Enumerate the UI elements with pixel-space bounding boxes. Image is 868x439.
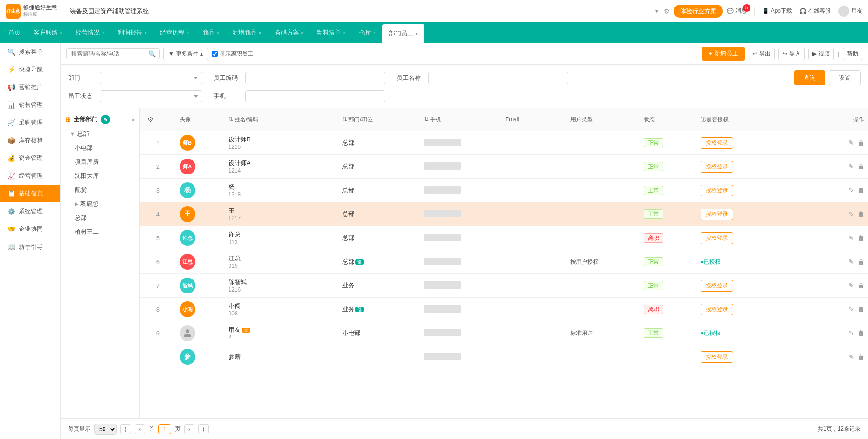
sidebar-item-guide[interactable]: 📖 新手引导	[0, 238, 60, 256]
edit-icon[interactable]: ✎	[848, 187, 854, 194]
close-icon[interactable]: ×	[144, 30, 147, 35]
auth-login-btn[interactable]: 授权登录	[701, 351, 733, 363]
phone-input[interactable]	[245, 90, 385, 102]
auth-login-btn[interactable]: 授权登录	[701, 232, 733, 244]
sidebar-item-search[interactable]: 🔍 搜索菜单	[0, 43, 60, 61]
gear-settings-icon[interactable]: ⚙	[144, 113, 157, 126]
row-auth[interactable]: 授权登录	[697, 345, 803, 369]
delete-icon[interactable]: 🗑	[858, 210, 864, 218]
delete-icon[interactable]: 🗑	[858, 187, 864, 194]
row-auth[interactable]: 授权登录	[697, 226, 803, 250]
close-icon[interactable]: ×	[216, 30, 219, 35]
edit-icon[interactable]: ✎	[848, 306, 854, 313]
emp-name-input[interactable]	[428, 72, 568, 84]
close-icon[interactable]: ×	[60, 30, 62, 35]
auth-login-btn[interactable]: 授权登录	[701, 137, 733, 149]
delete-icon[interactable]: 🗑	[858, 329, 864, 337]
col-phone[interactable]: ⇅ 手机	[420, 108, 502, 131]
close-icon[interactable]: ×	[415, 31, 418, 36]
sidebar-item-collab[interactable]: 🤝 企业协同	[0, 220, 60, 238]
sidebar-item-finance[interactable]: 💰 资金管理	[0, 149, 60, 167]
prev-page-btn[interactable]: ‹	[135, 424, 145, 434]
dept-edit-btn[interactable]: ✎	[101, 115, 110, 124]
tab-customer[interactable]: 客户联络×	[27, 22, 69, 43]
auth-login-btn[interactable]: 授权登录	[701, 209, 733, 220]
reset-btn[interactable]: 设置	[829, 70, 861, 85]
col-dept[interactable]: ⇅ 部门/职位	[339, 108, 420, 131]
dept-item-shuanglu[interactable]: ▶ 双鹿想	[61, 197, 139, 211]
delete-icon[interactable]: 🗑	[858, 306, 864, 313]
auth-login-btn[interactable]: 授权登录	[701, 185, 733, 196]
dept-item-peihuo[interactable]: 配货	[61, 183, 139, 197]
close-icon[interactable]: ×	[186, 30, 189, 35]
delete-icon[interactable]: 🗑	[858, 234, 864, 242]
row-auth[interactable]: 授权登录	[697, 179, 803, 202]
delete-icon[interactable]: 🗑	[858, 139, 864, 146]
add-employee-btn[interactable]: + 新增员工	[702, 47, 744, 61]
settings-icon[interactable]: ⚙	[664, 7, 670, 15]
tab-operation[interactable]: 经营情况×	[69, 22, 111, 43]
edit-icon[interactable]: ✎	[848, 329, 854, 337]
tab-bom[interactable]: 物料清单×	[310, 22, 352, 43]
next-page-btn[interactable]: ›	[184, 424, 194, 434]
dept-item-zongbu2[interactable]: 总部	[61, 211, 139, 225]
sidebar-item-base[interactable]: 📋 基础信息	[0, 185, 60, 202]
edit-icon[interactable]: ✎	[848, 353, 854, 361]
sidebar-item-inventory[interactable]: 📦 库存核算	[0, 132, 60, 149]
sidebar-item-management[interactable]: 📈 经营管理	[0, 167, 60, 185]
tab-barcode[interactable]: 条码方案×	[268, 22, 310, 43]
message-btn[interactable]: 💬 消息 5	[727, 7, 747, 15]
auth-login-btn[interactable]: 授权登录	[701, 304, 733, 315]
system-title-dropdown[interactable]: ▾	[655, 8, 658, 14]
tab-goods[interactable]: 商品×	[196, 22, 226, 43]
delete-icon[interactable]: 🗑	[858, 163, 864, 170]
first-page-btn[interactable]: ⟨	[120, 424, 131, 434]
sidebar-item-marketing[interactable]: 📢 营销推广	[0, 78, 60, 96]
export-btn[interactable]: ↩ 导出	[749, 48, 775, 60]
sidebar-item-nav[interactable]: ⚡ 快捷导航	[0, 61, 60, 78]
tab-add-goods[interactable]: 新增商品×	[226, 22, 268, 43]
edit-icon[interactable]: ✎	[848, 282, 854, 289]
dept-item-zhishu[interactable]: 植树王二	[61, 225, 139, 239]
edit-icon[interactable]: ✎	[848, 234, 854, 242]
tab-dept-staff[interactable]: 部门员工×	[382, 24, 424, 43]
row-auth[interactable]: 授权登录	[697, 131, 803, 155]
delete-icon[interactable]: 🗑	[858, 258, 864, 265]
close-icon[interactable]: ×	[373, 30, 376, 35]
row-auth[interactable]: 授权登录	[697, 202, 803, 226]
dept-select[interactable]	[100, 72, 202, 84]
page-size-select[interactable]: 50	[94, 424, 117, 435]
view-btn[interactable]: ▶ 视频	[808, 48, 834, 60]
dept-item-project[interactable]: 项目库房	[61, 155, 139, 169]
close-icon[interactable]: ×	[301, 30, 304, 35]
col-name[interactable]: ⇅ 姓名/编码	[225, 108, 339, 131]
query-btn[interactable]: 查询	[794, 70, 825, 85]
auth-login-btn[interactable]: 授权登录	[701, 280, 733, 292]
dept-item-zongbu[interactable]: ▼ 总部	[61, 127, 139, 141]
row-auth[interactable]: 授权登录	[697, 155, 803, 179]
edit-icon[interactable]: ✎	[848, 139, 854, 146]
row-auth[interactable]: 授权登录	[697, 298, 803, 321]
row-auth[interactable]: 授权登录	[697, 274, 803, 298]
auth-login-btn[interactable]: 授权登录	[701, 161, 733, 173]
tab-history[interactable]: 经营历程×	[153, 22, 195, 43]
help-btn[interactable]: 帮助	[843, 48, 862, 60]
delete-icon[interactable]: 🗑	[858, 353, 864, 361]
dept-item-shenyang[interactable]: 沈阳大库	[61, 169, 139, 183]
try-btn[interactable]: 体验行业方案	[674, 5, 723, 18]
more-conditions-btn[interactable]: ▼ 更多条件 ▴	[163, 48, 208, 60]
last-page-btn[interactable]: ⟩	[198, 424, 209, 434]
emp-code-input[interactable]	[245, 72, 385, 84]
edit-icon[interactable]: ✎	[848, 163, 854, 170]
tab-profit[interactable]: 利润报告×	[111, 22, 153, 43]
emp-status-select[interactable]	[100, 90, 202, 102]
close-icon[interactable]: ×	[343, 30, 346, 35]
app-download-btn[interactable]: 📱 App下载	[762, 7, 792, 15]
show-resigned-checkbox[interactable]: 显示离职员工	[212, 50, 253, 58]
delete-icon[interactable]: 🗑	[858, 282, 864, 289]
collapse-btn[interactable]: «	[132, 116, 135, 123]
sidebar-item-system[interactable]: ⚙️ 系统管理	[0, 202, 60, 220]
tab-warehouse[interactable]: 仓库×	[353, 22, 382, 43]
dept-item-xiaodian[interactable]: 小电部	[61, 141, 139, 155]
close-icon[interactable]: ×	[258, 30, 261, 35]
